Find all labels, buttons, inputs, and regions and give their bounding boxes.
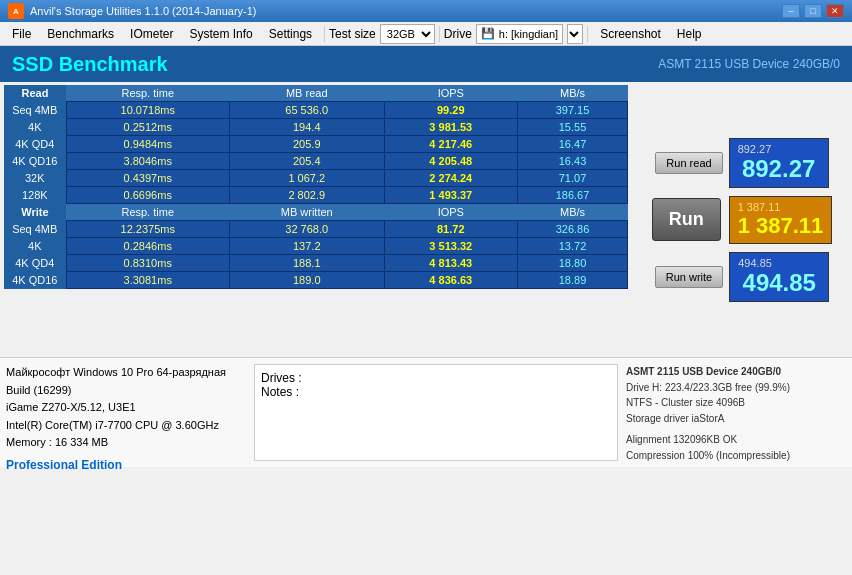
- maximize-button[interactable]: □: [804, 4, 822, 18]
- run-main-large: 1 387.11: [738, 213, 824, 239]
- run-write-button[interactable]: Run write: [655, 266, 723, 288]
- sys-line4: Memory : 16 334 MB: [6, 434, 246, 452]
- seq4mb-mb: 65 536.0: [229, 102, 384, 119]
- title-bar: A Anvil's Storage Utilities 1.1.0 (2014-…: [0, 0, 852, 22]
- separator-3: [587, 26, 588, 42]
- menu-iometer[interactable]: IOmeter: [122, 24, 181, 44]
- menu-sysinfo[interactable]: System Info: [181, 24, 260, 44]
- col-resp-time: Resp. time: [66, 85, 229, 102]
- run-read-button[interactable]: Run read: [655, 152, 722, 174]
- table-area: Read Resp. time MB read IOPS MB/s Seq 4M…: [0, 82, 632, 357]
- w4kqd16-iops: 4 836.63: [384, 272, 518, 289]
- w4kqd16-resp: 3.3081ms: [66, 272, 229, 289]
- run-write-small: 494.85: [738, 257, 772, 269]
- drive-select[interactable]: ▼: [567, 24, 583, 44]
- 4k-mb: 194.4: [229, 119, 384, 136]
- col-mbs-write: MB/s: [518, 204, 628, 221]
- drive-label: Drive: [444, 27, 472, 41]
- menu-benchmarks[interactable]: Benchmarks: [39, 24, 122, 44]
- table-row: 4K QD4 0.9484ms 205.9 4 217.46 16.47: [4, 136, 628, 153]
- table-row: 4K QD16 3.3081ms 189.0 4 836.63 18.89: [4, 272, 628, 289]
- run-main-button[interactable]: Run: [652, 198, 721, 241]
- close-button[interactable]: ✕: [826, 4, 844, 18]
- 4kqd4-mbs: 16.47: [518, 136, 628, 153]
- 32k-mb: 1 067.2: [229, 170, 384, 187]
- read-header: Read: [4, 85, 66, 102]
- col-resp-time-w: Resp. time: [66, 204, 229, 221]
- storage-line1: ASMT 2115 USB Device 240GB/0: [626, 364, 846, 380]
- benchmark-title: SSD Benchmark: [12, 53, 168, 76]
- row-seq4mb-write: Seq 4MB: [4, 221, 66, 238]
- w4k-mb: 137.2: [229, 238, 384, 255]
- run-main-small: 1 387.11: [738, 201, 781, 213]
- col-mbs-read: MB/s: [518, 85, 628, 102]
- col-mb-write: MB written: [229, 204, 384, 221]
- w4k-mbs: 13.72: [518, 238, 628, 255]
- table-row: 4K QD4 0.8310ms 188.1 4 813.43 18.80: [4, 255, 628, 272]
- 4kqd16-iops: 4 205.48: [384, 153, 518, 170]
- wseq4mb-mb: 32 768.0: [229, 221, 384, 238]
- wseq4mb-resp: 12.2375ms: [66, 221, 229, 238]
- w4kqd4-resp: 0.8310ms: [66, 255, 229, 272]
- table-row: Seq 4MB 12.2375ms 32 768.0 81.72 326.86: [4, 221, 628, 238]
- menu-help[interactable]: Help: [669, 24, 710, 44]
- 4k-mbs: 15.55: [518, 119, 628, 136]
- 32k-mbs: 71.07: [518, 170, 628, 187]
- w4kqd4-mbs: 18.80: [518, 255, 628, 272]
- drive-display[interactable]: 💾 h: [kingdian]: [476, 24, 563, 44]
- sys-line2: iGame Z270-X/5.12, U3E1: [6, 399, 246, 417]
- 4kqd16-mbs: 16.43: [518, 153, 628, 170]
- table-row: 32K 0.4397ms 1 067.2 2 274.24 71.07: [4, 170, 628, 187]
- run-write-large: 494.85: [743, 269, 816, 297]
- 4kqd4-resp: 0.9484ms: [66, 136, 229, 153]
- sys-line3: Intel(R) Core(TM) i7-7700 CPU @ 3.60GHz: [6, 417, 246, 435]
- table-row: 4K 0.2512ms 194.4 3 981.53 15.55: [4, 119, 628, 136]
- storage-line6: Alignment 132096KB OK: [626, 432, 846, 448]
- col-iops-read: IOPS: [384, 85, 518, 102]
- drives-notes-panel: Drives : Notes :: [254, 364, 618, 461]
- 128k-iops: 1 493.37: [384, 187, 518, 204]
- separator-2: [439, 26, 440, 42]
- row-4k-read: 4K: [4, 119, 66, 136]
- test-size-select[interactable]: 32GB: [380, 24, 435, 44]
- 4k-resp: 0.2512ms: [66, 119, 229, 136]
- minimize-button[interactable]: –: [782, 4, 800, 18]
- test-size-group: Test size 32GB: [329, 24, 435, 44]
- row-4kqd4-write: 4K QD4: [4, 255, 66, 272]
- storage-line7: Compression 100% (Incompressible): [626, 448, 846, 464]
- 32k-iops: 2 274.24: [384, 170, 518, 187]
- 4kqd4-mb: 205.9: [229, 136, 384, 153]
- drive-value: h: [kingdian]: [499, 28, 558, 40]
- seq4mb-mbs: 397.15: [518, 102, 628, 119]
- 4k-iops: 3 981.53: [384, 119, 518, 136]
- run-main-result: 1 387.11 1 387.11: [729, 196, 833, 244]
- storage-line4: Storage driver iaStorA: [626, 411, 846, 427]
- table-row: Seq 4MB 10.0718ms 65 536.0 99.29 397.15: [4, 102, 628, 119]
- 4kqd16-mb: 205.4: [229, 153, 384, 170]
- col-iops-write: IOPS: [384, 204, 518, 221]
- menu-settings[interactable]: Settings: [261, 24, 320, 44]
- 4kqd16-resp: 3.8046ms: [66, 153, 229, 170]
- row-32k-read: 32K: [4, 170, 66, 187]
- right-panel: Run read 892.27 892.27 Run 1 387.11 1 38…: [632, 82, 852, 357]
- sys-info: Майкрософт Windows 10 Pro 64-разрядная B…: [6, 364, 246, 461]
- write-header: Write: [4, 204, 66, 221]
- table-row: 4K 0.2846ms 137.2 3 513.32 13.72: [4, 238, 628, 255]
- table-row: 4K QD16 3.8046ms 205.4 4 205.48 16.43: [4, 153, 628, 170]
- notes-label: Notes :: [261, 385, 611, 399]
- menu-screenshot[interactable]: Screenshot: [592, 24, 669, 44]
- wseq4mb-iops: 81.72: [384, 221, 518, 238]
- 4kqd4-iops: 4 217.46: [384, 136, 518, 153]
- separator-1: [324, 26, 325, 42]
- benchmark-header: SSD Benchmark ASMT 2115 USB Device 240GB…: [0, 46, 852, 82]
- window-controls: – □ ✕: [782, 4, 844, 18]
- storage-line3: NTFS - Cluster size 4096B: [626, 395, 846, 411]
- drive-icon: 💾: [481, 27, 495, 40]
- seq4mb-resp: 10.0718ms: [66, 102, 229, 119]
- w4k-resp: 0.2846ms: [66, 238, 229, 255]
- row-4k-write: 4K: [4, 238, 66, 255]
- col-mb-read: MB read: [229, 85, 384, 102]
- menu-file[interactable]: File: [4, 24, 39, 44]
- row-4kqd16-read: 4K QD16: [4, 153, 66, 170]
- run-main-group: Run 1 387.11 1 387.11: [640, 196, 844, 244]
